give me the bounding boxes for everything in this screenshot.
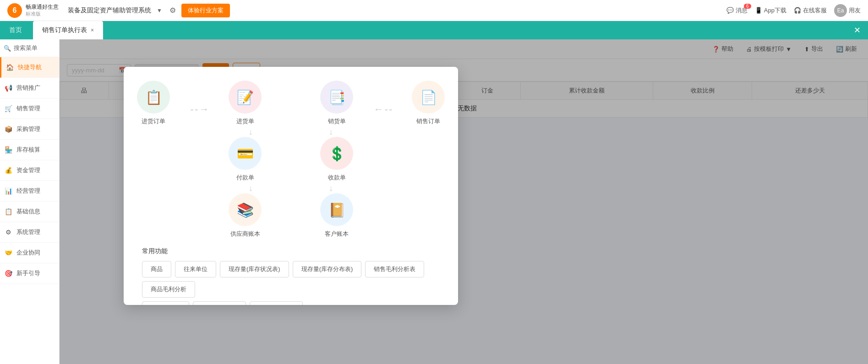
basic-info-icon: 📋 (4, 207, 13, 216)
func-btn-receipt-stats[interactable]: 收款情况统计 (193, 301, 246, 305)
func-btn-payment-stats[interactable]: 付款情况统计 (250, 301, 303, 305)
sidebar-item-basic-info[interactable]: 📋 基础信息 (0, 201, 59, 222)
sidebar: 🔍 搜索菜单 🏠 快捷导航 📢 营销推广 🛒 销售管理 📦 采购管理 🏪 库存核… (0, 39, 60, 364)
sales-order-node[interactable]: 📄 销售订单 (396, 81, 458, 125)
message-icon: 💬 (726, 7, 734, 14)
supplier-ledger-icon: 📚 (229, 193, 262, 226)
sidebar-item-operation[interactable]: 📊 经营管理 (0, 181, 59, 201)
content-area: ❓ 帮助 🖨 按模板打印 ▼ ⬆ 导出 🔄 刷新 yyyy-mm-dd 📅 (60, 39, 868, 364)
down-arrow-payment: ↓ (249, 184, 253, 193)
func-btn-product-profit[interactable]: 商品毛利分析 (142, 281, 195, 298)
trial-button[interactable]: 体验行业方案 (181, 4, 230, 17)
sales-bill-icon: 📑 (320, 81, 353, 114)
purchase-bill-icon: 📝 (229, 81, 262, 114)
sidebar-item-inventory[interactable]: 🏪 库存核算 (0, 140, 59, 160)
sidebar-item-system[interactable]: ⚙ 系统管理 (0, 222, 59, 243)
system-icon: ⚙ (4, 228, 13, 237)
down-arrow-purchase: ↓ (249, 127, 253, 137)
sidebar-item-quick-nav[interactable]: 🏠 快捷导航 (0, 57, 59, 78)
purchase-order-icon: 📋 (137, 81, 170, 114)
purchase-order-node[interactable]: 📋 进货订单 (124, 81, 186, 125)
modal-overlay: 📋 进货订单 - - → 📝 进货单 (60, 39, 868, 364)
header-right: 💬 消息 6 📱 App下载 🎧 在线客服 Ea 用友 (726, 4, 861, 17)
marketing-icon: 📢 (4, 83, 13, 92)
customer-ledger-icon: 📔 (320, 193, 353, 226)
system-title: 装备及固定资产辅助管理系统 (68, 6, 151, 15)
inventory-icon: 🏪 (4, 145, 13, 154)
sales-bill-node[interactable]: 📑 销货单 (305, 81, 369, 125)
arrow-left-1: ← - - (374, 103, 392, 115)
sidebar-item-finance[interactable]: 💰 资金管理 (0, 160, 59, 181)
top-header: 6 畅康通好生意 标准版 装备及固定资产辅助管理系统 ▼ ⚙ 体验行业方案 💬 … (0, 0, 868, 21)
online-service-item[interactable]: 🎧 在线客服 (794, 6, 827, 15)
dropdown-icon[interactable]: ▼ (157, 7, 162, 14)
down-arrow-receipt: ↓ (329, 184, 333, 193)
search-icon: 🔍 (4, 45, 11, 52)
phone-icon: 📱 (755, 7, 762, 14)
func-buttons: 商品 往来单位 现存量(库存状况表) 现存量(库存分布表) 销售毛利分析表 商品… (142, 261, 440, 298)
sidebar-item-purchase[interactable]: 📦 采购管理 (0, 119, 59, 140)
tab-bar: 首页 销售订单执行表 × ✕ (0, 21, 868, 39)
sidebar-item-enterprise[interactable]: 🤝 企业协同 (0, 243, 59, 263)
user-item[interactable]: Ea 用友 (834, 4, 861, 17)
purchase-bill-node[interactable]: 📝 进货单 (213, 81, 277, 125)
payment-bill-node[interactable]: 💳 付款单 (213, 137, 277, 182)
tab-close-icon[interactable]: × (91, 27, 94, 33)
payment-bill-icon: 💳 (229, 137, 262, 170)
logo-icon: 6 (7, 3, 22, 18)
tab-bar-close-icon[interactable]: ✕ (854, 25, 861, 35)
settings-icon[interactable]: ⚙ (169, 6, 176, 15)
message-badge: 6 (744, 4, 751, 9)
common-functions-title: 常用功能 (142, 247, 440, 255)
operation-icon: 📊 (4, 186, 13, 196)
modal: 📋 进货订单 - - → 📝 进货单 (124, 67, 458, 305)
sidebar-item-newbie[interactable]: 🎯 新手引导 (0, 263, 59, 284)
sidebar-search[interactable]: 🔍 搜索菜单 (0, 39, 59, 57)
tab-sales-order[interactable]: 销售订单执行表 × (33, 21, 103, 39)
headset-icon: 🎧 (794, 7, 801, 14)
tab-home[interactable]: 首页 (0, 21, 31, 39)
arrow-right-1: - - → (191, 103, 208, 115)
sales-order-icon: 📄 (412, 81, 445, 114)
receipt-bill-icon: 💲 (320, 137, 353, 170)
customer-ledger-node[interactable]: 📔 客户账本 (305, 193, 369, 238)
purchase-icon: 📦 (4, 125, 13, 134)
receipt-bill-node[interactable]: 💲 收款单 (305, 137, 369, 182)
common-functions: 常用功能 商品 往来单位 现存量(库存状况表) 现存量(库存分布表) 销售毛利分… (142, 247, 440, 305)
func-btn-product[interactable]: 商品 (142, 261, 171, 277)
supplier-ledger-node[interactable]: 📚 供应商账本 (213, 193, 277, 238)
down-arrow-sales: ↓ (329, 127, 333, 137)
func-buttons-row2: 销售排行榜 收款情况统计 付款情况统计 (142, 301, 440, 305)
sales-icon: 🛒 (4, 104, 13, 113)
finance-icon: 💰 (4, 166, 13, 175)
sidebar-item-marketing[interactable]: 📢 营销推广 (0, 78, 59, 98)
newbie-icon: 🎯 (4, 269, 13, 278)
home-icon: 🏠 (5, 63, 14, 72)
avatar: Ea (834, 4, 847, 17)
message-item[interactable]: 💬 消息 6 (726, 6, 748, 15)
func-btn-sales-profit[interactable]: 销售毛利分析表 (365, 261, 424, 277)
logo-area: 6 畅康通好生意 标准版 (7, 3, 62, 18)
func-btn-stock-dist[interactable]: 现存量(库存分布表) (293, 261, 362, 277)
logo-text: 畅康通好生意 标准版 (26, 4, 59, 17)
func-btn-sales-ranking[interactable]: 销售排行榜 (142, 301, 189, 305)
app-download-item[interactable]: 📱 App下载 (755, 6, 786, 15)
func-btn-stock-status[interactable]: 现存量(库存状况表) (220, 261, 289, 277)
main-layout: 🔍 搜索菜单 🏠 快捷导航 📢 营销推广 🛒 销售管理 📦 采购管理 🏪 库存核… (0, 39, 868, 364)
enterprise-icon: 🤝 (4, 248, 13, 257)
sidebar-item-sales[interactable]: 🛒 销售管理 (0, 98, 59, 119)
func-btn-partner[interactable]: 往来单位 (175, 261, 216, 277)
